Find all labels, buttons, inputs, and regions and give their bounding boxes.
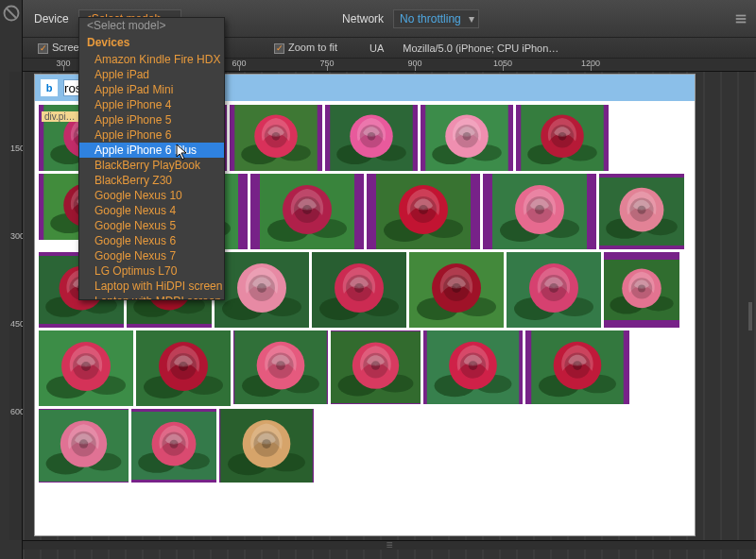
dropdown-item[interactable]: BlackBerry PlayBook <box>79 158 224 173</box>
svg-point-34 <box>463 132 472 141</box>
image-thumb[interactable] <box>604 252 679 328</box>
svg-point-94 <box>257 283 266 293</box>
dropdown-placeholder[interactable]: <Select model> <box>79 18 224 33</box>
image-thumb[interactable] <box>131 409 216 483</box>
svg-point-142 <box>371 361 381 370</box>
dropdown-item[interactable]: Apple iPhone 6 Plus <box>79 143 224 158</box>
dropdown-item[interactable]: Apple iPad Mini <box>79 82 224 97</box>
image-thumb[interactable] <box>507 252 601 328</box>
svg-point-64 <box>419 205 428 214</box>
dropdown-item[interactable]: BlackBerry Z30 <box>79 173 224 188</box>
dropdown-item[interactable]: Laptop with HiDPI screen <box>79 279 224 294</box>
svg-point-22 <box>272 132 281 141</box>
zoom-label: Zoom to fit <box>288 42 337 53</box>
svg-point-28 <box>368 132 376 141</box>
dropdown-item[interactable]: Apple iPad <box>79 67 224 82</box>
device-dropdown[interactable]: <Select model> Devices Amazon Kindle Fir… <box>78 17 225 300</box>
svg-point-112 <box>549 283 558 293</box>
bing-logo-icon: b <box>41 79 58 96</box>
svg-point-100 <box>354 283 364 293</box>
dropdown-item[interactable]: Google Nexus 6 <box>79 233 224 248</box>
image-thumb[interactable] <box>215 252 309 328</box>
dropdown-item[interactable]: LG Optimus L70 <box>79 263 224 279</box>
dropdown-item[interactable]: Google Nexus 5 <box>79 218 224 233</box>
drawer-icon[interactable] <box>733 11 748 26</box>
svg-point-166 <box>170 440 179 449</box>
image-thumb[interactable] <box>483 174 596 249</box>
image-thumb[interactable] <box>250 174 364 249</box>
svg-point-106 <box>452 283 461 293</box>
image-thumb[interactable] <box>136 330 231 406</box>
image-thumb[interactable] <box>39 330 133 406</box>
dropdown-item[interactable]: Apple iPhone 4 <box>79 97 224 112</box>
image-thumb[interactable] <box>331 330 421 404</box>
svg-point-136 <box>276 361 285 370</box>
dropdown-item[interactable]: Apple iPhone 6 <box>79 127 224 143</box>
svg-point-172 <box>262 439 271 449</box>
svg-point-70 <box>535 205 544 214</box>
network-label: Network <box>342 12 384 25</box>
image-thumb[interactable] <box>39 409 129 483</box>
ruler-vertical: 150300450600 <box>9 72 23 540</box>
image-thumb[interactable] <box>219 409 314 483</box>
ua-label: UA <box>369 42 384 54</box>
image-thumb[interactable] <box>516 105 609 171</box>
element-tag-hint: div.pi… <box>42 111 78 122</box>
svg-rect-2 <box>736 14 747 16</box>
svg-point-160 <box>79 439 89 449</box>
image-thumb[interactable] <box>367 174 480 249</box>
svg-point-76 <box>638 206 646 214</box>
dropdown-item[interactable]: Apple iPhone 5 <box>79 112 224 127</box>
svg-line-1 <box>7 8 16 18</box>
image-thumb[interactable] <box>525 330 629 404</box>
svg-point-40 <box>558 132 567 141</box>
viewport-resize-handle[interactable] <box>748 302 752 330</box>
panel-splitter[interactable] <box>23 540 756 550</box>
svg-point-130 <box>179 362 188 371</box>
image-thumb[interactable] <box>230 105 322 171</box>
svg-point-118 <box>638 284 645 292</box>
svg-rect-3 <box>736 18 747 20</box>
svg-point-124 <box>81 362 91 371</box>
dropdown-item[interactable]: Google Nexus 10 <box>79 188 224 203</box>
image-thumb[interactable] <box>409 252 504 328</box>
dropdown-item[interactable]: Google Nexus 7 <box>79 248 224 263</box>
no-entry-icon[interactable] <box>2 4 21 23</box>
svg-point-154 <box>573 361 582 370</box>
image-thumb[interactable] <box>423 330 523 404</box>
svg-rect-4 <box>736 21 747 23</box>
image-thumb[interactable] <box>599 174 684 249</box>
device-label: Device <box>34 12 69 25</box>
dropdown-group-devices: Devices <box>79 33 224 52</box>
zoom-checkbox[interactable]: Zoom to fit <box>274 42 337 54</box>
dropdown-item[interactable]: Laptop with MDPI screen <box>79 294 224 300</box>
network-select[interactable]: No throttling <box>393 9 479 28</box>
ua-field[interactable]: Mozilla/5.0 (iPhone; CPU iPhon… <box>403 42 558 54</box>
image-thumb[interactable] <box>325 105 418 171</box>
image-thumb[interactable] <box>233 330 328 404</box>
mouse-cursor-icon <box>176 144 189 161</box>
svg-point-58 <box>302 205 312 214</box>
image-thumb[interactable] <box>312 252 406 328</box>
image-thumb[interactable] <box>421 105 513 171</box>
svg-point-148 <box>469 361 478 370</box>
dropdown-item[interactable]: Amazon Kindle Fire HDX <box>79 52 224 67</box>
dropdown-item[interactable]: Google Nexus 4 <box>79 203 224 218</box>
